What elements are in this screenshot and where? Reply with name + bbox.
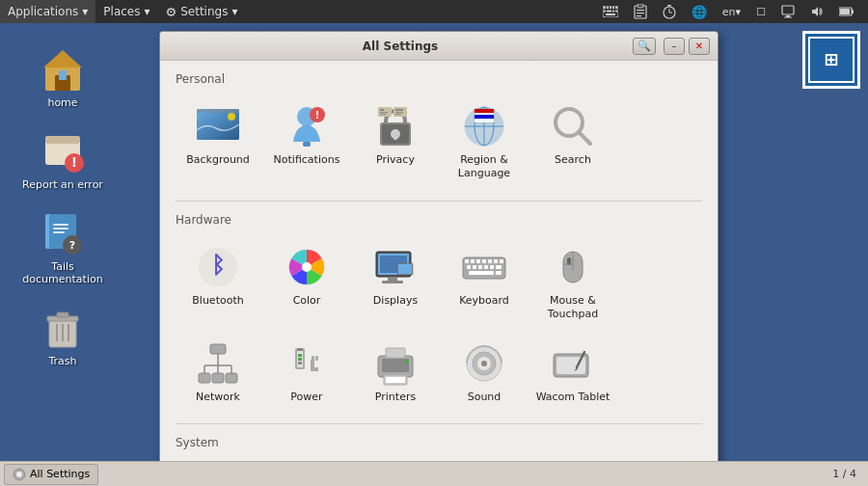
dialog-close-button[interactable]: ✕: [689, 38, 710, 55]
svg-text:?: ?: [69, 239, 75, 252]
sound-icon: [810, 5, 824, 18]
mouse-setting[interactable]: Mouse & Touchpad: [530, 236, 615, 330]
svg-rect-124: [298, 354, 302, 357]
svg-rect-52: [197, 109, 239, 113]
svg-rect-55: [303, 142, 311, 147]
region-icon: [461, 103, 507, 149]
svg-rect-100: [500, 259, 503, 263]
svg-rect-128: [312, 356, 314, 361]
trash-icon: [40, 305, 86, 351]
personal-settings-grid: Background ! Notifications: [176, 95, 702, 189]
svg-text:!: !: [315, 110, 320, 121]
bottom-settings-label: All Settings: [30, 468, 90, 480]
printers-setting[interactable]: Printers: [353, 333, 438, 412]
svg-rect-65: [380, 114, 386, 115]
svg-rect-15: [637, 15, 641, 16]
privacy-setting[interactable]: Privacy: [353, 95, 438, 189]
svg-point-85: [302, 262, 312, 272]
svg-rect-25: [852, 10, 854, 14]
color-setting[interactable]: Color: [264, 236, 349, 330]
svg-rect-106: [496, 265, 502, 269]
svg-rect-1: [604, 7, 606, 9]
clipboard-icon-item[interactable]: [628, 0, 653, 23]
tails-doc-icon: ?: [40, 210, 86, 256]
svg-rect-69: [395, 114, 401, 115]
svg-rect-126: [298, 362, 302, 364]
svg-rect-99: [494, 259, 498, 263]
power-setting[interactable]: Power: [264, 333, 349, 412]
svg-rect-116: [226, 373, 237, 383]
svg-text:ᛒ: ᛒ: [211, 252, 225, 279]
clock-label: ☐: [756, 6, 766, 18]
home-icon-item[interactable]: home: [10, 39, 116, 117]
svg-rect-26: [840, 9, 850, 14]
language-label: en: [722, 6, 736, 18]
svg-rect-19: [667, 5, 671, 7]
timer-icon: [663, 4, 676, 19]
svg-rect-115: [212, 373, 224, 383]
mouse-label: Mouse & Touchpad: [534, 294, 611, 322]
report-error-icon-item[interactable]: ! Report an error: [10, 121, 116, 199]
hardware-settings-grid: ᛒ Bluetooth: [176, 236, 702, 413]
clock[interactable]: ☐: [750, 0, 772, 23]
background-setting[interactable]: Background: [176, 95, 260, 189]
dialog-minimize-button[interactable]: –: [664, 38, 685, 55]
network-label: Network: [196, 391, 240, 404]
displays-setting[interactable]: Displays: [353, 236, 438, 330]
bluetooth-setting[interactable]: ᛒ Bluetooth: [176, 236, 260, 330]
svg-rect-97: [482, 259, 486, 263]
search-setting[interactable]: Search: [530, 95, 615, 189]
svg-point-80: [558, 112, 580, 133]
keyboard-label: Keyboard: [459, 294, 509, 308]
svg-rect-101: [467, 265, 471, 269]
keyboard-setting[interactable]: Keyboard: [442, 236, 527, 330]
sound-icon-item[interactable]: [804, 0, 829, 23]
network-setting[interactable]: Network: [176, 333, 260, 412]
wacom-setting[interactable]: Wacom Tablet: [530, 333, 615, 412]
keyboard-icon-item[interactable]: [597, 0, 624, 23]
svg-rect-103: [478, 265, 482, 269]
system-section-header: System: [176, 436, 702, 449]
svg-rect-96: [476, 259, 480, 263]
display-icon-item[interactable]: [775, 0, 800, 23]
settings-arrow: ▾: [231, 5, 237, 18]
svg-point-170: [16, 472, 22, 477]
svg-rect-30: [59, 70, 67, 80]
bottom-settings-item[interactable]: All Settings: [4, 464, 98, 485]
svg-rect-38: [53, 228, 68, 230]
background-icon: [195, 103, 241, 149]
svg-rect-127: [297, 348, 303, 351]
displays-label: Displays: [373, 294, 418, 308]
timer-icon-item[interactable]: [657, 0, 682, 23]
svg-rect-4: [612, 7, 614, 9]
svg-rect-107: [469, 271, 494, 275]
tails-doc-icon-item[interactable]: ? Tails documentation: [10, 202, 116, 293]
language-arrow: ▾: [736, 6, 742, 18]
report-error-icon: !: [40, 128, 86, 175]
desktop: home ! Report an error ? Ta: [0, 23, 125, 461]
svg-rect-44: [57, 312, 68, 317]
svg-rect-98: [488, 259, 492, 263]
region-label: Region & Language: [446, 153, 523, 181]
svg-line-81: [579, 132, 590, 144]
language-indicator[interactable]: en ▾: [717, 0, 746, 23]
dialog-search-button[interactable]: 🔍: [633, 38, 656, 55]
places-menu[interactable]: Places ▾: [95, 0, 157, 23]
trash-icon-item[interactable]: Trash: [10, 297, 116, 375]
network-status-icon[interactable]: 🌐: [686, 0, 713, 23]
battery-icon-item[interactable]: [833, 0, 860, 23]
privacy-icon: [372, 103, 419, 149]
svg-rect-75: [475, 109, 494, 113]
svg-rect-102: [473, 265, 476, 269]
svg-rect-63: [380, 109, 384, 111]
page-indicator: 1 / 4: [832, 468, 864, 480]
svg-marker-23: [812, 7, 818, 16]
svg-rect-133: [386, 377, 405, 383]
svg-rect-94: [465, 259, 469, 263]
tails-logo-svg: ⊞: [807, 36, 855, 84]
sound-setting[interactable]: Sound: [442, 333, 527, 412]
notifications-setting[interactable]: ! Notifications: [264, 95, 349, 189]
settings-menu[interactable]: ⚙ Settings ▾: [158, 0, 246, 23]
applications-menu[interactable]: Applications ▾: [0, 0, 95, 23]
region-setting[interactable]: Region & Language: [442, 95, 527, 189]
